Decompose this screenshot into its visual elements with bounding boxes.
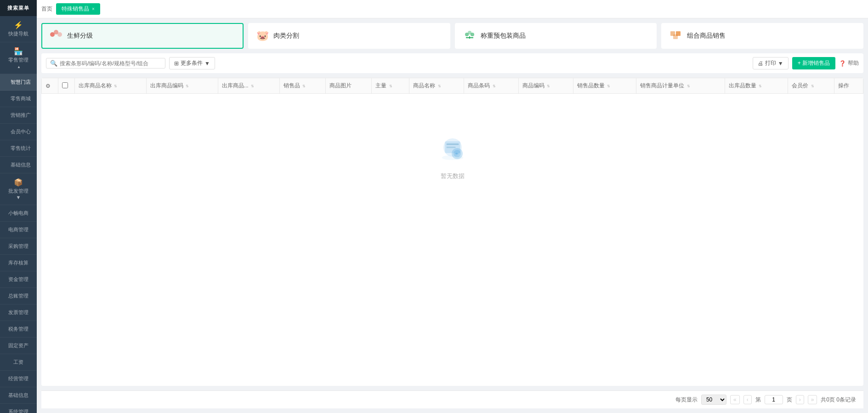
sidebar-logo: 搜索菜单 bbox=[0, 0, 37, 16]
col-member-price: 会员价 ⇅ bbox=[788, 78, 834, 94]
first-page-btn[interactable]: « bbox=[730, 395, 740, 404]
sidebar-item-ops-mgmt[interactable]: 经营管理 bbox=[0, 371, 37, 387]
sidebar-item-label: 基础信息 bbox=[2, 392, 34, 399]
select-all-checkbox[interactable] bbox=[62, 82, 68, 88]
svg-point-5 bbox=[471, 33, 474, 36]
col-product-img: 商品图片 bbox=[326, 78, 372, 94]
sidebar-item-sys-mgmt[interactable]: 系统管理 bbox=[0, 404, 37, 413]
sidebar-item-label: 零售统计 bbox=[7, 145, 34, 152]
sidebar-item-sales-promo[interactable]: 营销推广 bbox=[0, 107, 37, 124]
sort-arrows[interactable]: ⇅ bbox=[811, 85, 814, 88]
sidebar-item-invoice-mgmt[interactable]: 发票管理 bbox=[0, 304, 37, 321]
combo-icon bbox=[669, 29, 682, 42]
sort-arrows[interactable]: ⇅ bbox=[302, 85, 306, 88]
col-out-qty: 出库品数量 ⇅ bbox=[725, 78, 788, 94]
tab-card-weigh-pack[interactable]: 称重预包装商品 bbox=[455, 23, 657, 49]
sidebar-item-label: 总账管理 bbox=[2, 293, 34, 299]
next-page-btn[interactable]: › bbox=[796, 395, 804, 404]
prev-page-btn[interactable]: ‹ bbox=[743, 395, 752, 404]
col-out-spec: 出库商品... ⇅ bbox=[218, 78, 279, 94]
sidebar-item-label: 小畅电商 bbox=[2, 210, 34, 217]
sort-arrows[interactable]: ⇅ bbox=[251, 85, 254, 88]
sidebar-item-finance-mgmt[interactable]: 资金管理 bbox=[0, 271, 37, 288]
tab-card-fresh-grade[interactable]: 生鲜分级 bbox=[41, 23, 244, 49]
tab-cards: 生鲜分级 🐷 肉类分割 称重预包装商品 bbox=[41, 23, 863, 49]
topbar-tab-close[interactable]: × bbox=[92, 6, 95, 11]
quick-nav-icon: ⚡ bbox=[2, 21, 34, 29]
total-label: 共0页 0条记录 bbox=[821, 396, 856, 404]
sort-arrows[interactable]: ⇅ bbox=[547, 85, 550, 88]
sidebar-item-fixed-assets[interactable]: 固定资产 bbox=[0, 338, 37, 354]
col-checkbox[interactable] bbox=[58, 78, 75, 94]
help-button[interactable]: ❓ 帮助 bbox=[839, 59, 859, 67]
sidebar-item-wages[interactable]: 工资 bbox=[0, 354, 37, 371]
sidebar-item-quick-nav[interactable]: ⚡ 快捷导航 bbox=[0, 16, 37, 42]
sidebar-item-general-ledger[interactable]: 总账管理 bbox=[0, 288, 37, 304]
sidebar-item-purchase-mgmt[interactable]: 采购管理 bbox=[0, 238, 37, 255]
svg-rect-15 bbox=[446, 147, 455, 148]
sidebar-item-label: 库存核算 bbox=[2, 259, 34, 266]
sort-arrows[interactable]: ⇅ bbox=[114, 85, 117, 88]
filter-icon: ⊞ bbox=[174, 60, 179, 67]
last-page-btn[interactable]: » bbox=[808, 395, 817, 404]
svg-point-2 bbox=[57, 32, 62, 37]
print-label: 打印 bbox=[765, 59, 776, 67]
topbar-home[interactable]: 首页 bbox=[41, 5, 52, 13]
sidebar-item-label: 采购管理 bbox=[2, 243, 34, 250]
sidebar-item-base-info2[interactable]: 基础信息 bbox=[0, 387, 37, 404]
page-input[interactable]: 1 bbox=[765, 395, 783, 404]
new-label: + 新增销售品 bbox=[798, 59, 830, 67]
sidebar-item-wholesale-mgmt[interactable]: 📦 批发管理 bbox=[0, 173, 37, 205]
tab-card-combo[interactable]: 组合商品销售 bbox=[661, 23, 863, 49]
weigh-pack-icon bbox=[463, 29, 476, 42]
svg-rect-14 bbox=[446, 143, 459, 145]
wholesale-mgmt-icon: 📦 bbox=[2, 178, 34, 187]
sidebar-item-label: 电商管理 bbox=[2, 226, 34, 233]
sidebar-item-retail-mgmt[interactable]: 🏪 零售管理 bbox=[0, 42, 37, 74]
help-label: 帮助 bbox=[848, 59, 859, 67]
sort-arrows[interactable]: ⇅ bbox=[438, 85, 441, 88]
col-barcode: 商品条码 ⇅ bbox=[464, 78, 519, 94]
filter-button[interactable]: ⊞ 更多条件 ▼ bbox=[169, 57, 215, 69]
sidebar-item-mini-ecom[interactable]: 小畅电商 bbox=[0, 205, 37, 222]
empty-text: 暂无数据 bbox=[441, 172, 465, 180]
sort-arrows[interactable]: ⇅ bbox=[607, 85, 610, 88]
col-action: 操作 bbox=[834, 78, 863, 94]
sidebar-item-ecom-mgmt[interactable]: 电商管理 bbox=[0, 222, 37, 238]
sidebar-item-base-info[interactable]: 基础信息 bbox=[0, 157, 37, 173]
sidebar-item-label: 税务管理 bbox=[2, 326, 34, 333]
empty-state: 暂无数据 bbox=[42, 94, 863, 217]
page-label: 第 bbox=[755, 396, 761, 404]
print-button[interactable]: 🖨 打印 ▼ bbox=[753, 57, 789, 69]
col-settings[interactable]: ⚙ bbox=[42, 78, 58, 94]
sort-arrows[interactable]: ⇅ bbox=[493, 85, 496, 88]
printer-icon: 🖨 bbox=[758, 60, 763, 67]
sidebar-item-retail-mall[interactable]: 零售商城 bbox=[0, 91, 37, 107]
sort-arrows[interactable]: ⇅ bbox=[389, 85, 392, 88]
sort-arrows[interactable]: ⇅ bbox=[759, 85, 762, 88]
sidebar-item-retail-stats[interactable]: 零售统计 bbox=[0, 140, 37, 157]
sidebar-item-label: 营销推广 bbox=[7, 112, 34, 119]
topbar-active-tab[interactable]: 特殊销售品 × bbox=[56, 3, 100, 15]
tab-card-label: 肉类分割 bbox=[273, 32, 299, 40]
sidebar: 搜索菜单 ⚡ 快捷导航 🏪 零售管理 智慧门店 零售商城 营销推广 会员中心 零… bbox=[0, 0, 37, 413]
chevron-down-icon: ▼ bbox=[204, 60, 210, 67]
print-dropdown-icon: ▼ bbox=[778, 60, 783, 67]
sort-arrows[interactable]: ⇅ bbox=[687, 85, 690, 88]
sidebar-item-inventory[interactable]: 库存核算 bbox=[0, 255, 37, 271]
search-input[interactable] bbox=[60, 60, 161, 67]
sidebar-item-smart-store[interactable]: 智慧门店 bbox=[0, 74, 37, 91]
retail-mgmt-icon: 🏪 bbox=[2, 47, 34, 56]
sort-arrows[interactable]: ⇅ bbox=[186, 85, 189, 88]
sidebar-item-label: 经营管理 bbox=[2, 375, 34, 382]
page-suffix: 页 bbox=[787, 396, 792, 404]
sidebar-item-tax-mgmt[interactable]: 税务管理 bbox=[0, 321, 37, 338]
sidebar-item-member-center[interactable]: 会员中心 bbox=[0, 124, 37, 140]
sidebar-item-label: 发票管理 bbox=[2, 309, 34, 316]
search-box[interactable]: 🔍 bbox=[46, 58, 165, 69]
tab-card-meat-cut[interactable]: 🐷 肉类分割 bbox=[248, 23, 450, 49]
sidebar-item-label: 零售商城 bbox=[7, 95, 34, 102]
tab-card-label: 组合商品销售 bbox=[687, 32, 726, 40]
new-button[interactable]: + 新增销售品 bbox=[792, 57, 835, 69]
page-size-select[interactable]: 50 10 20 100 bbox=[701, 395, 726, 405]
